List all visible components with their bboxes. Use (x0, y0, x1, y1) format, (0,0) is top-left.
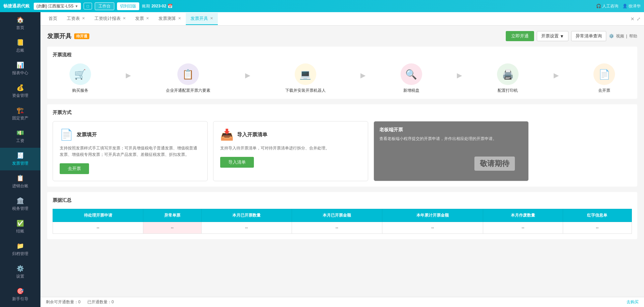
process-label-3: 下载并安装开票机器人 (285, 88, 326, 93)
method-card-1-header: 📄 发票填开 (60, 128, 201, 141)
tab-payroll[interactable]: 工资表 ✕ (62, 13, 90, 25)
layout: 🏠 首页 📒 总账 📊 报表中心 💰 资金管理 🏗️ 固定资产 💵 工资 🧾 发… (0, 12, 644, 307)
summary-row: -- -- -- -- -- -- -- (53, 222, 632, 234)
col-void-count: 本月作废数量 (483, 209, 563, 222)
sidebar-item-settings[interactable]: ⚙️ 设置 (0, 261, 40, 283)
sidebar-item-guide[interactable]: 🎯 新手引导 (0, 283, 40, 306)
user-avatar[interactable]: 👤 徐泽华 (622, 3, 641, 9)
sidebar-item-funds[interactable]: 💰 资金管理 (0, 80, 40, 103)
process-step-4[interactable]: 🔍 新增税盘 (401, 63, 422, 93)
method-card-old-terminal: 老板端开票 查看老板端小程序提交的开票申请，并作出相应处理的开票申请。 敬请期待 (374, 121, 529, 181)
tab-bar-controls: ✕ ⤢ (631, 16, 641, 22)
sidebar-item-sales[interactable]: 📋 进销台账 (0, 170, 40, 193)
period-icon[interactable]: 📅 (168, 4, 173, 8)
tab-close-invoice-open[interactable]: ✕ (210, 16, 213, 21)
col-month-amount: 本月已开票金额 (292, 209, 382, 222)
avatar-icon: 👤 (622, 4, 627, 8)
header-actions: 立即开通 开票设置 ▼ 异常清单查询 ⚙️ 视频 | 帮助 (506, 31, 637, 41)
sidebar-item-label: 新手引导 (12, 296, 28, 302)
sidebar-item-label: 归档管理 (12, 251, 28, 257)
go-invoice-button[interactable]: 去开票 (60, 163, 89, 174)
tax-icon: 🏛️ (17, 197, 24, 204)
summary-table: 待处理开票申请 异常单票 本月已开票数量 本月已开票金额 本年累计开票金额 本月… (53, 209, 632, 234)
immediate-open-button[interactable]: 立即开通 (506, 31, 534, 41)
process-step-2[interactable]: 📋 企业开通配置开票六要素 (166, 63, 210, 93)
process-step-3[interactable]: 💻 下载并安装开票机器人 (285, 63, 326, 93)
sidebar-item-label: 资金管理 (12, 93, 28, 99)
val-month-count: -- (201, 222, 292, 234)
tab-invoice-calc[interactable]: 发票测算 ✕ (154, 13, 186, 25)
process-step-1[interactable]: 🛒 购买服务 (69, 63, 91, 93)
process-label-2: 企业开通配置开票六要素 (166, 88, 210, 93)
help-view-label[interactable]: 视频 (616, 33, 624, 39)
header-help: ⚙️ 视频 | 帮助 (609, 33, 637, 39)
company-name: (勿删) 江西服宝-LSS (36, 3, 74, 9)
sidebar-item-payroll[interactable]: 💵 工资 (0, 125, 40, 148)
tab-close-invoice-calc[interactable]: ✕ (178, 16, 181, 21)
method-card-1-title: 发票填开 (77, 132, 97, 138)
invoice-icon: 🧾 (17, 152, 24, 159)
old-terminal-desc: 查看老板端小程序提交的开票申请，并作出相应处理的开票申请。 (379, 136, 523, 142)
copy-button[interactable]: □ (84, 3, 92, 9)
method-section-title: 开票方式 (53, 110, 632, 116)
sidebar-item-assets[interactable]: 🏗️ 固定资产 (0, 103, 40, 125)
help-label[interactable]: 帮助 (629, 33, 637, 39)
col-year-amount: 本年累计开票金额 (382, 209, 483, 222)
tab-home[interactable]: 首页 (44, 13, 62, 25)
sidebar-item-reports[interactable]: 📊 报表中心 (0, 57, 40, 80)
process-step-6[interactable]: 📄 去开票 (593, 63, 615, 93)
top-bar-right: 🎧 人工咨询 👤 徐泽华 (596, 3, 641, 9)
page-header: 发票开具 待开通 立即开通 开票设置 ▼ 异常清单查询 ⚙️ 视频 | 帮助 (47, 31, 637, 41)
sidebar-item-label: 固定资产 (12, 115, 28, 121)
process-icon-5: 🖨️ (497, 63, 519, 85)
tab-payroll-stats[interactable]: 工资统计报表 ✕ (90, 13, 130, 25)
ticket-settings-button[interactable]: 开票设置 ▼ (537, 31, 568, 41)
sidebar-item-invoice[interactable]: 🧾 发票管理 (0, 148, 40, 170)
page-title: 发票开具 (47, 32, 71, 40)
switch-old-button[interactable]: 切到旧版 (117, 2, 139, 10)
tab-close-invoice[interactable]: ✕ (146, 16, 149, 21)
settings-icon: ⚙️ (17, 265, 24, 272)
company-arrow-icon: ▼ (75, 4, 78, 8)
old-terminal-title: 老板端开票 (379, 127, 523, 133)
sidebar-item-label: 设置 (16, 274, 24, 279)
ai-consult-button[interactable]: 🎧 人工咨询 (596, 3, 618, 9)
old-terminal-overlay: 老板端开票 查看老板端小程序提交的开票申请，并作出相应处理的开票申请。 (374, 121, 528, 181)
arrow-icon-5: ▶ (554, 71, 559, 86)
sidebar-item-closing[interactable]: ✅ 结账 (0, 216, 40, 238)
sidebar-item-tax[interactable]: 🏛️ 税务管理 (0, 193, 40, 216)
sidebar-item-ledger[interactable]: 📒 总账 (0, 35, 40, 57)
method-card-manual: 📄 发票填开 支持按照发票样式手工填写开发票；可开具增值税电子普通发票、增值税普… (53, 121, 208, 181)
method-card-2-header: 📥 导入开票清单 (220, 128, 361, 141)
buy-link[interactable]: 去购买 (626, 299, 639, 305)
payroll-icon: 💵 (17, 129, 24, 137)
import-list-button[interactable]: 导入清单 (220, 157, 254, 168)
arrow-icon-4: ▶ (457, 71, 462, 86)
tab-invoice-open[interactable]: 发票开具 ✕ (186, 13, 218, 25)
method-card-import: 📥 导入开票清单 支持导入待开票清单，可对待开票清单进行拆分、合并处理。 导入清… (213, 121, 368, 181)
sidebar-item-label: 首页 (16, 25, 24, 31)
val-red-info: -- (563, 222, 632, 234)
company-selector[interactable]: (勿删) 江西服宝-LSS ▼ (34, 3, 81, 10)
workspace-button[interactable]: 工作台 (95, 2, 114, 10)
arrow-icon-3: ▶ (360, 71, 365, 86)
abnormal-query-button[interactable]: 异常清单查询 (571, 31, 606, 41)
sales-icon: 📋 (17, 174, 24, 182)
tab-close-all-icon[interactable]: ✕ (631, 16, 635, 22)
tab-invoice[interactable]: 发票 ✕ (130, 13, 154, 25)
tab-close-payroll[interactable]: ✕ (82, 16, 85, 21)
sidebar-item-home[interactable]: 🏠 首页 (0, 12, 40, 35)
tab-bar: 首页 工资表 ✕ 工资统计报表 ✕ 发票 ✕ 发票测算 ✕ 发票开具 ✕ (40, 12, 644, 26)
tab-close-payroll-stats[interactable]: ✕ (123, 16, 126, 21)
val-abnormal: -- (143, 222, 201, 234)
process-step-5[interactable]: 🖨️ 配置打印机 (497, 63, 519, 93)
ledger-icon: 📒 (17, 39, 24, 46)
summary-section: 票据汇总 待处理开票申请 异常单票 本月已开票数量 本月已开票金额 本年累计开票… (47, 192, 637, 239)
summary-section-title: 票据汇总 (53, 197, 632, 203)
closing-icon: ✅ (17, 220, 24, 227)
reports-icon: 📊 (17, 61, 24, 69)
tab-restore-icon[interactable]: ⤢ (637, 16, 641, 22)
col-month-count: 本月已开票数量 (201, 209, 292, 222)
process-icon-3: 💻 (295, 63, 316, 85)
sidebar-item-archive[interactable]: 📁 归档管理 (0, 238, 40, 261)
